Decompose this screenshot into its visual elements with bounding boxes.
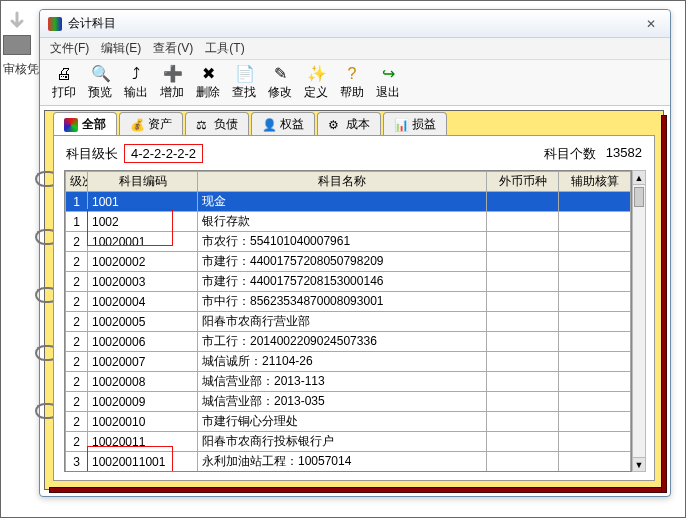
tab-equity[interactable]: 👤 权益	[251, 112, 315, 135]
accounts-grid[interactable]: 级次 科目编码 科目名称 外币币种 辅助核算 11001现金11002银行存款2…	[64, 170, 632, 472]
table-row[interactable]: 210020007城信诚所：21104-26	[66, 352, 631, 372]
delete-button[interactable]: ✖删除	[190, 62, 226, 104]
pnl-icon: 📊	[394, 118, 408, 132]
grid-scrollbar[interactable]: ▲ ▼	[632, 170, 646, 472]
preview-label: 预览	[88, 84, 112, 101]
cell-fx	[487, 192, 559, 212]
print-label: 打印	[52, 84, 76, 101]
cell-lv: 3	[66, 472, 88, 473]
col-name[interactable]: 科目名称	[198, 172, 487, 192]
printer-icon: 🖨	[55, 65, 73, 83]
exit-button[interactable]: ↪退出	[370, 62, 406, 104]
cell-aux	[559, 232, 631, 252]
table-row[interactable]: 210020011阳春市农商行投标银行户	[66, 432, 631, 452]
cell-aux	[559, 332, 631, 352]
tab-equity-label: 权益	[280, 116, 304, 133]
tab-liability[interactable]: ⚖ 负债	[185, 112, 249, 135]
table-row[interactable]: 210020009城信营业部：2013-035	[66, 392, 631, 412]
scroll-thumb[interactable]	[634, 187, 644, 207]
tab-cost[interactable]: ⚙ 成本	[317, 112, 381, 135]
cell-lv: 2	[66, 272, 88, 292]
export-button[interactable]: ⤴输出	[118, 62, 154, 104]
cell-lv: 2	[66, 352, 88, 372]
cell-lv: 2	[66, 432, 88, 452]
cell-aux	[559, 472, 631, 473]
cell-code: 10020006	[88, 332, 198, 352]
col-fx[interactable]: 外币币种	[487, 172, 559, 192]
table-row[interactable]: 210020002市建行：44001757208050798209	[66, 252, 631, 272]
cell-lv: 1	[66, 192, 88, 212]
tab-pnl-label: 损益	[412, 116, 436, 133]
cell-name: 城信营业部：2013-113	[198, 372, 487, 392]
scroll-down-button[interactable]: ▼	[633, 457, 645, 471]
delete-icon: ✖	[199, 65, 217, 83]
ledger-book: 全部 💰 资产 ⚖ 负债 👤 权益 ⚙ 成本	[44, 110, 664, 490]
menu-tool[interactable]: 工具(T)	[205, 40, 244, 57]
close-button[interactable]: ✕	[640, 17, 662, 31]
table-row[interactable]: 210020003市建行：44001757208153000146	[66, 272, 631, 292]
cell-lv: 2	[66, 372, 88, 392]
table-row[interactable]: 210020008城信营业部：2013-113	[66, 372, 631, 392]
exit-icon: ↪	[379, 65, 397, 83]
liability-icon: ⚖	[196, 118, 210, 132]
preview-button[interactable]: 🔍预览	[82, 62, 118, 104]
wand-icon: ✨	[307, 65, 325, 83]
help-button[interactable]: ?帮助	[334, 62, 370, 104]
cell-code: 10020005	[88, 312, 198, 332]
menu-file[interactable]: 文件(F)	[50, 40, 89, 57]
cell-code: 10020002	[88, 252, 198, 272]
cell-code: 10020004	[88, 292, 198, 312]
col-level[interactable]: 级次	[66, 172, 88, 192]
cell-lv: 2	[66, 252, 88, 272]
cell-fx	[487, 392, 559, 412]
table-row[interactable]: 210020001市农行：554101040007961	[66, 232, 631, 252]
define-button[interactable]: ✨定义	[298, 62, 334, 104]
add-label: 增加	[160, 84, 184, 101]
tab-pnl[interactable]: 📊 损益	[383, 112, 447, 135]
table-row[interactable]: 210020010市建行铜心分理处	[66, 412, 631, 432]
cell-aux	[559, 252, 631, 272]
cell-lv: 2	[66, 232, 88, 252]
print-button[interactable]: 🖨打印	[46, 62, 82, 104]
export-icon: ⤴	[127, 65, 145, 83]
cell-code: 10020003	[88, 272, 198, 292]
cell-aux	[559, 392, 631, 412]
table-row[interactable]: 210020004市中行：85623534870008093001	[66, 292, 631, 312]
help-icon: ?	[343, 65, 361, 83]
tab-all-label: 全部	[82, 116, 106, 133]
menu-edit[interactable]: 编辑(E)	[101, 40, 141, 57]
tab-cost-label: 成本	[346, 116, 370, 133]
cell-name: 市建行：44001757208050798209	[198, 252, 487, 272]
cell-code: 10020011	[88, 432, 198, 452]
asset-icon: 💰	[130, 118, 144, 132]
count-label: 科目个数	[544, 145, 596, 163]
cell-aux	[559, 352, 631, 372]
menu-view[interactable]: 查看(V)	[153, 40, 193, 57]
cell-code: 10020008	[88, 372, 198, 392]
table-row[interactable]: 11001现金	[66, 192, 631, 212]
table-row[interactable]: 210020006市工行：2014002209024507336	[66, 332, 631, 352]
scroll-up-button[interactable]: ▲	[633, 171, 645, 185]
table-row[interactable]: 210020005阳春市农商行营业部	[66, 312, 631, 332]
add-button[interactable]: ➕增加	[154, 62, 190, 104]
all-icon	[64, 118, 78, 132]
find-button[interactable]: 📄查找	[226, 62, 262, 104]
table-row[interactable]: 310020011002温氏春湾总部工程10769098	[66, 472, 631, 473]
help-label: 帮助	[340, 84, 364, 101]
modify-button[interactable]: ✎修改	[262, 62, 298, 104]
tab-asset[interactable]: 💰 资产	[119, 112, 183, 135]
cell-code: 10020009	[88, 392, 198, 412]
col-aux[interactable]: 辅助核算	[559, 172, 631, 192]
table-row[interactable]: 11002银行存款	[66, 212, 631, 232]
define-label: 定义	[304, 84, 328, 101]
cell-aux	[559, 192, 631, 212]
export-label: 输出	[124, 84, 148, 101]
cell-lv: 2	[66, 412, 88, 432]
cell-code: 1001	[88, 192, 198, 212]
cell-name: 城信诚所：21104-26	[198, 352, 487, 372]
table-row[interactable]: 310020011001永利加油站工程：10057014	[66, 452, 631, 472]
delete-label: 删除	[196, 84, 220, 101]
col-code[interactable]: 科目编码	[88, 172, 198, 192]
tab-all[interactable]: 全部	[53, 112, 117, 135]
level-label: 科目级长	[66, 145, 118, 163]
